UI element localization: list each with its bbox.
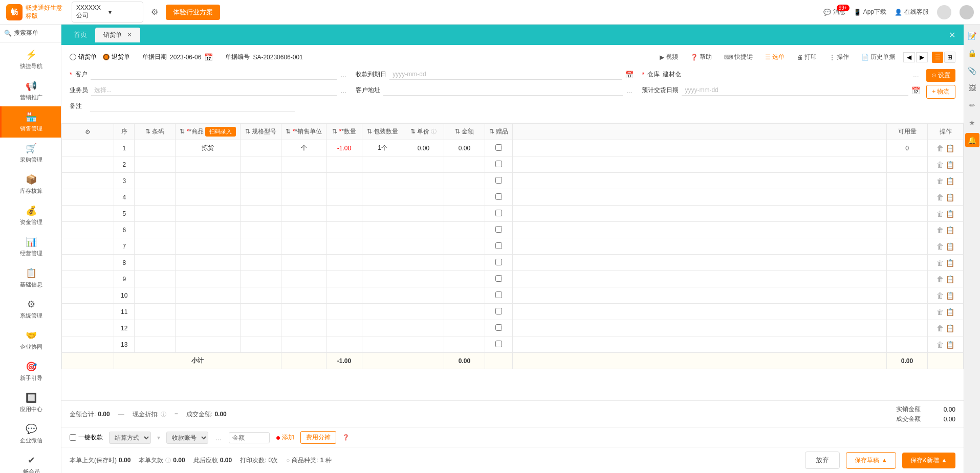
sidebar-item-inventory[interactable]: 📦 库存核算 [0,169,61,200]
sidebar-item-quick-nav[interactable]: ⚡ 快捷导航 [0,44,61,75]
operations-btn[interactable]: ⋮ 操作 [825,51,853,63]
sort-spec[interactable]: ⇅ [245,128,250,135]
customer-ellipsis[interactable]: ... [340,71,348,79]
copy-icon[interactable]: 📋 [946,161,954,169]
cell-spec[interactable] [241,222,281,238]
cell-amount[interactable] [444,173,485,189]
copy-icon[interactable]: 📋 [946,210,954,218]
cell-qty[interactable] [326,336,362,353]
sort-gift[interactable]: ⇅ [489,128,494,135]
sidebar-item-system[interactable]: ⚙ 系统管理 [0,294,61,325]
cell-qty[interactable] [326,173,362,189]
cell-qty[interactable]: -1.00 [326,140,362,156]
cell-gift[interactable] [485,206,513,222]
logistics-action-btn[interactable]: + 物流 [926,85,955,99]
cell-qty[interactable] [326,320,362,336]
account-select[interactable]: 收款账号 [166,432,208,444]
cell-goods[interactable] [176,336,241,353]
cell-spec[interactable] [241,206,281,222]
cell-barcode[interactable] [135,140,176,156]
list-view-btn[interactable]: ☰ [932,52,943,63]
settings-button[interactable]: ⚙ [147,5,162,19]
cell-gift[interactable] [485,173,513,189]
cell-goods[interactable] [176,206,241,222]
copy-icon[interactable]: 📋 [946,291,954,300]
cell-qty[interactable] [326,255,362,271]
tab-sales-order[interactable]: 销货单 ✕ [95,28,140,42]
cell-qty[interactable] [326,156,362,173]
sidebar-item-guide[interactable]: 🎯 新手引导 [0,356,61,387]
avatar[interactable] [937,5,951,19]
save-draft-btn[interactable]: 保存草稿 ▲ [846,452,896,469]
cell-amount[interactable] [444,156,485,173]
cell-price[interactable] [403,222,444,238]
cell-spec[interactable] [241,255,281,271]
due-date-calendar-icon[interactable]: 📅 [625,71,634,79]
sidebar-item-purchase[interactable]: 🛒 采购管理 [0,138,61,169]
cell-amount[interactable] [444,336,485,353]
help-btn[interactable]: ❓ 帮助 [686,51,716,63]
cell-gift[interactable] [485,320,513,336]
radio-sales[interactable]: 销货单 [70,53,97,61]
expected-date-calendar-icon[interactable]: 📅 [911,86,920,95]
delete-icon[interactable]: 🗑 [937,324,944,332]
delete-icon[interactable]: 🗑 [937,291,944,300]
cell-gift[interactable] [485,156,513,173]
sort-amount[interactable]: ⇅ [455,128,460,135]
cell-price[interactable] [403,271,444,287]
expense-split-btn[interactable]: 费用分摊 [300,431,336,444]
print-btn[interactable]: 🖨 打印 [793,51,821,63]
warehouse-ellipsis[interactable]: ... [912,71,920,79]
add-payment-btn[interactable]: ● 添加 [276,433,295,442]
cell-amount[interactable] [444,271,485,287]
sidebar-item-marketing[interactable]: 📢 营销推广 [0,75,61,106]
cell-amount[interactable] [444,238,485,255]
cell-qty[interactable] [326,304,362,320]
cell-pack[interactable] [362,304,403,320]
cell-goods[interactable] [176,304,241,320]
cell-gift[interactable] [485,222,513,238]
cell-barcode[interactable] [135,156,176,173]
due-date-input[interactable] [389,69,622,80]
right-btn-alert[interactable]: 🔔 [965,133,979,147]
cell-gift[interactable] [485,255,513,271]
cell-unit[interactable] [281,304,326,320]
tab-home[interactable]: 首页 [66,27,95,42]
delete-icon[interactable]: 🗑 [937,144,944,152]
salesperson-ellipsis[interactable]: ... [340,86,348,95]
sidebar-item-app-center[interactable]: 🔲 应用中心 [0,387,61,418]
sort-qty[interactable]: ⇅ [332,128,337,135]
cell-spec[interactable] [241,156,281,173]
cell-amount[interactable] [444,304,485,320]
avatar2[interactable] [960,5,974,19]
cell-pack[interactable] [362,222,403,238]
shortcut-btn[interactable]: ⌨ 快捷键 [720,51,757,63]
sort-goods[interactable]: ⇅ [180,128,185,135]
copy-icon[interactable]: 📋 [946,341,954,349]
cell-price[interactable] [403,320,444,336]
copy-icon[interactable]: 📋 [946,259,954,267]
cell-barcode[interactable] [135,336,176,353]
save-new-btn[interactable]: 保存&新增 ▲ [902,453,955,468]
right-btn-note[interactable]: 📝 [965,29,979,43]
cell-qty[interactable] [326,189,362,206]
sidebar-item-operations[interactable]: 📊 经营管理 [0,231,61,262]
cell-qty[interactable] [326,287,362,304]
cell-spec[interactable] [241,140,281,156]
cell-unit[interactable] [281,173,326,189]
copy-icon[interactable]: 📋 [946,226,954,234]
cell-unit[interactable] [281,320,326,336]
price-info-icon[interactable]: ⓘ [431,128,437,134]
cell-goods[interactable] [176,189,241,206]
account-ellipsis[interactable]: ... [214,434,223,442]
cell-gift[interactable] [485,140,513,156]
notes-input[interactable] [90,101,295,111]
right-btn-image[interactable]: 🖼 [965,81,979,95]
cell-barcode[interactable] [135,304,176,320]
discard-btn[interactable]: 放弃 [805,452,840,469]
cell-price[interactable] [403,238,444,255]
delete-icon[interactable]: 🗑 [937,193,944,201]
cell-barcode[interactable] [135,320,176,336]
sort-price[interactable]: ⇅ [410,128,416,135]
copy-icon[interactable]: 📋 [946,144,954,152]
